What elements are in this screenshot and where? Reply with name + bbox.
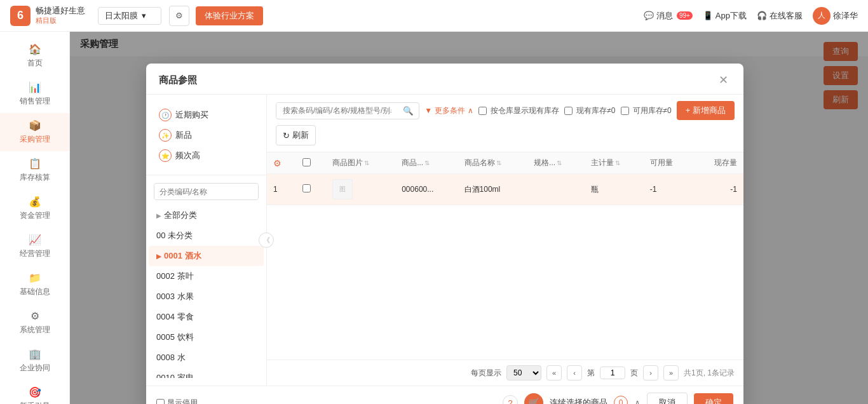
spec-sort[interactable]: 规格... ⇅ xyxy=(534,158,578,168)
column-settings-icon[interactable]: ⚙ xyxy=(273,158,281,168)
settings-button[interactable]: ⚙ xyxy=(169,6,189,26)
messages-button[interactable]: 💬 消息 99+ xyxy=(644,10,693,22)
page-input[interactable] xyxy=(600,367,625,379)
cart-collapse-icon[interactable]: ∧ xyxy=(634,398,641,404)
select-all-checkbox[interactable] xyxy=(302,158,311,166)
image-sort[interactable]: 商品图片 ⇅ xyxy=(332,158,390,168)
name-sort[interactable]: 商品名称 ⇅ xyxy=(465,158,522,168)
checkbox-by-warehouse-input[interactable] xyxy=(478,107,487,115)
category-item-label: 0003 水果 xyxy=(156,291,194,302)
collapse-panel-button[interactable]: 《 xyxy=(259,232,274,248)
category-search: 🔍 xyxy=(154,183,259,200)
category-search-input[interactable] xyxy=(154,184,259,199)
sidebar-item-label: 系统管理 xyxy=(20,325,50,335)
nav-selector[interactable]: 日太阳膜 ▾ xyxy=(98,7,161,25)
sidebar-item-label: 经营管理 xyxy=(20,248,50,259)
sidebar-item-guide[interactable]: 🎯 新手引导 xyxy=(0,380,69,404)
quick-item-new[interactable]: ✨ 新品 xyxy=(154,125,259,145)
row-checkbox[interactable] xyxy=(302,184,311,192)
category-item-label: 0002 茶叶 xyxy=(156,271,194,282)
th-unit[interactable]: 主计量 ⇅ xyxy=(585,152,644,174)
top-nav: 6 畅捷通好生意 精目版 日太阳膜 ▾ ⚙ 体验行业方案 💬 消息 99+ 📱 … xyxy=(0,0,868,32)
sidebar-item-home[interactable]: 🏠 首页 xyxy=(0,37,69,75)
code-sort[interactable]: 商品... ⇅ xyxy=(402,158,451,168)
modal-header: 商品参照 ✕ xyxy=(146,64,743,95)
sidebar-item-finance[interactable]: 💰 资金管理 xyxy=(0,189,69,227)
sidebar-item-enterprise[interactable]: 🏢 企业协同 xyxy=(0,342,69,380)
quick-item-frequent[interactable]: ⭐ 频次高 xyxy=(154,145,259,166)
category-item-0001[interactable]: ▶ 0001 酒水 xyxy=(149,246,264,266)
logo-icon: 6 xyxy=(10,6,31,26)
quick-item-recent[interactable]: 🕐 近期购买 xyxy=(154,105,259,125)
cart-button[interactable]: 🛒 xyxy=(524,393,543,404)
first-page-button[interactable]: « xyxy=(546,365,562,380)
filter-button[interactable]: ▼ 更多条件 ∧ xyxy=(424,105,473,116)
th-code[interactable]: 商品... ⇅ xyxy=(395,152,458,174)
show-disabled-checkbox[interactable]: 显示停用 xyxy=(156,398,198,405)
service-button[interactable]: 🎧 在线客服 xyxy=(757,10,803,22)
finance-icon: 💰 xyxy=(29,196,41,208)
show-disabled-input[interactable] xyxy=(156,399,165,405)
cell-checkbox[interactable] xyxy=(296,174,325,205)
refresh-button[interactable]: ↻ 刷新 xyxy=(276,125,316,145)
sidebar: 🏠 首页 📊 销售管理 📦 采购管理 📋 库存核算 💰 资金管理 📈 经营管理 … xyxy=(0,32,70,404)
avatar: 人 xyxy=(813,7,831,25)
search-input[interactable] xyxy=(276,103,398,118)
checkbox-by-warehouse-label: 按仓库显示现有库存 xyxy=(491,105,559,116)
home-icon: 🏠 xyxy=(29,43,41,55)
sidebar-item-inventory[interactable]: 📋 库存核算 xyxy=(0,151,69,189)
checkbox-current-stock[interactable]: 现有库存≠0 xyxy=(564,105,615,116)
sidebar-item-purchase[interactable]: 📦 采购管理 xyxy=(0,113,69,151)
category-item-all[interactable]: ▶ 全部分类 xyxy=(149,205,264,226)
app-download-button[interactable]: 📱 App下载 xyxy=(703,10,747,22)
user-name: 徐泽华 xyxy=(833,10,858,22)
th-image[interactable]: 商品图片 ⇅ xyxy=(326,152,396,174)
cart-icon: 🛒 xyxy=(528,397,540,404)
headset-icon: 🎧 xyxy=(757,11,767,20)
modal-overlay: 商品参照 ✕ 🕐 近期购买 ✨ xyxy=(70,32,868,404)
unit-sort[interactable]: 主计量 ⇅ xyxy=(591,158,637,168)
prev-page-button[interactable]: ‹ xyxy=(567,365,582,380)
th-available[interactable]: 可用量 xyxy=(644,152,694,174)
sidebar-item-sales[interactable]: 📊 销售管理 xyxy=(0,75,69,113)
modal-close-button[interactable]: ✕ xyxy=(715,72,731,88)
sidebar-item-system[interactable]: ⚙ 系统管理 xyxy=(0,304,69,342)
checkbox-available-stock-input[interactable] xyxy=(621,107,629,115)
cancel-button[interactable]: 取消 xyxy=(647,393,688,404)
category-item-0005[interactable]: 0005 饮料 xyxy=(149,327,264,347)
checkbox-by-warehouse[interactable]: 按仓库显示现有库存 xyxy=(478,105,559,116)
sidebar-item-label: 基础信息 xyxy=(20,286,50,297)
help-button[interactable]: ? xyxy=(503,395,518,404)
th-spec[interactable]: 规格... ⇅ xyxy=(527,152,585,174)
category-item-0002[interactable]: 0002 茶叶 xyxy=(149,266,264,286)
sales-icon: 📊 xyxy=(29,81,41,93)
th-settings[interactable]: ⚙ xyxy=(267,152,296,174)
nav-selector-chevron: ▾ xyxy=(142,11,146,20)
confirm-button[interactable]: 确定 xyxy=(694,393,733,404)
user-menu[interactable]: 人 徐泽华 xyxy=(813,7,858,25)
add-product-button[interactable]: + 新增商品 xyxy=(677,101,735,120)
category-item-0008[interactable]: 0008 水 xyxy=(149,347,264,368)
checkbox-available-stock[interactable]: 可用库存≠0 xyxy=(621,105,672,116)
category-item-0010[interactable]: 0010 家电 xyxy=(149,368,264,378)
experience-button[interactable]: 体验行业方案 xyxy=(196,6,263,25)
content-area: 采购管理 查询 设置 刷新 商品参照 ✕ xyxy=(70,32,868,404)
th-checkbox[interactable] xyxy=(296,152,325,174)
search-button[interactable]: 🔍 xyxy=(398,103,419,119)
checkbox-current-stock-input[interactable] xyxy=(564,107,573,115)
refresh-label: 刷新 xyxy=(292,130,309,141)
table-row[interactable]: 1 图 000600... 白酒100ml 瓶 xyxy=(267,174,743,205)
th-stock[interactable]: 现存量 xyxy=(693,152,743,174)
sidebar-item-basic[interactable]: 📁 基础信息 xyxy=(0,266,69,304)
category-item-00[interactable]: 00 未分类 xyxy=(149,226,264,246)
th-name[interactable]: 商品名称 ⇅ xyxy=(458,152,528,174)
sidebar-item-operations[interactable]: 📈 经营管理 xyxy=(0,227,69,266)
expand-icon: ▶ xyxy=(156,253,161,260)
next-page-button[interactable]: › xyxy=(643,365,658,380)
cell-name: 白酒100ml xyxy=(458,174,528,205)
category-item-0004[interactable]: 0004 零食 xyxy=(149,307,264,327)
per-page-select[interactable]: 50 100 xyxy=(506,365,541,380)
last-page-button[interactable]: » xyxy=(663,365,679,380)
guide-icon: 🎯 xyxy=(29,386,41,398)
category-item-0003[interactable]: 0003 水果 xyxy=(149,286,264,307)
